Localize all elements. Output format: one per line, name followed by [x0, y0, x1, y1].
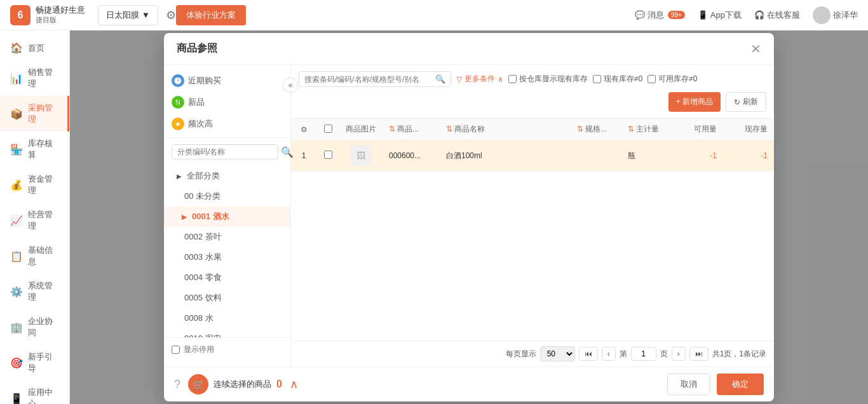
display-disabled-checkbox[interactable] — [172, 346, 180, 354]
enterprise-icon: 🏢 — [10, 321, 23, 333]
try-industry-btn[interactable]: 体验行业方案 — [176, 5, 246, 25]
footer-collapse-icon[interactable]: ∧ — [290, 377, 298, 391]
divider — [164, 137, 290, 138]
tree-item-0002[interactable]: 0002 茶叶 — [164, 227, 290, 247]
row-available-cell: -1 — [672, 140, 723, 172]
col-image-header: 商品图片 — [339, 119, 383, 140]
sidebar-item-sales[interactable]: 📊 销售管理 — [0, 60, 69, 96]
col-available-header: 可用量 — [672, 119, 723, 140]
modal-body: 🕐 近期购买 N 新品 ★ 频次高 « — [164, 65, 774, 367]
modal-header: 商品参照 ✕ — [164, 33, 774, 65]
inventory-icon: 🏪 — [10, 144, 23, 156]
available-nonzero-checkbox[interactable] — [648, 75, 656, 83]
row-name-cell: 白酒100ml — [440, 140, 571, 172]
warehouse-display-checkbox-label[interactable]: 按仓库显示现有库存 — [508, 74, 588, 84]
logo-sub: 捷目版 — [36, 15, 85, 25]
message-nav-item[interactable]: 💬 消息 99+ — [635, 10, 685, 21]
category-search-icon[interactable]: 🔍 — [281, 146, 294, 158]
row-unit-cell: 瓶 — [621, 140, 672, 172]
layout: 🏠 首页 📊 销售管理 📦 采购管理 🏪 库存核算 💰 资金管理 📈 经营管理 … — [0, 30, 868, 404]
page-label: 第 — [620, 349, 627, 360]
col-code-header[interactable]: ⇅ 商品... — [383, 119, 440, 140]
add-product-button[interactable]: + 新增商品 — [668, 92, 721, 112]
modal-overlay: 商品参照 ✕ 🕐 近期购买 N 新品 — [70, 30, 868, 404]
warehouse-display-checkbox[interactable] — [508, 75, 517, 83]
more-filter-button[interactable]: ▽ 更多条件 ∧ — [456, 74, 503, 84]
quick-new[interactable]: N 新品 — [164, 91, 290, 113]
row-stock-cell: -1 — [723, 140, 774, 172]
refresh-button[interactable]: ↻ 刷新 — [726, 92, 766, 112]
sort-icon3: ⇅ — [577, 125, 583, 133]
page-size-select[interactable]: 50 100 200 — [540, 346, 575, 361]
row-code-cell: 000600... — [383, 140, 440, 172]
sidebar-item-operations[interactable]: 📈 经营管理 — [0, 203, 69, 238]
home-icon: 🏠 — [10, 42, 23, 54]
nav-right: 💬 消息 99+ 📱 App下载 🎧 在线客服 徐泽华 — [635, 6, 858, 24]
user-item[interactable]: 徐泽华 — [813, 6, 858, 24]
tree-item-0008[interactable]: 0008 水 — [164, 308, 290, 328]
app-download-item[interactable]: 📱 App下载 — [698, 10, 742, 21]
avatar — [813, 6, 831, 24]
sidebar-item-basic-info[interactable]: 📋 基础信息 — [0, 238, 69, 274]
row-checkbox[interactable] — [324, 151, 332, 159]
chevron-up-icon: ∧ — [498, 75, 503, 84]
sidebar-item-apps[interactable]: 📱 应用中心 — [0, 380, 69, 404]
tree-item-00[interactable]: 00 未分类 — [164, 186, 290, 206]
product-search-icon[interactable]: 🔍 — [435, 74, 445, 84]
select-all-checkbox[interactable] — [324, 125, 332, 133]
sidebar-item-purchase[interactable]: 📦 采购管理 — [0, 96, 69, 131]
online-service-item[interactable]: 🎧 在线客服 — [754, 10, 800, 21]
confirm-button[interactable]: 确定 — [717, 374, 764, 395]
col-settings-header[interactable]: ⚙ — [291, 119, 316, 140]
col-stock-header: 现存量 — [723, 119, 774, 140]
cart-count: 0 — [276, 379, 282, 390]
nav-dropdown[interactable]: 日太阳膜 ▼ — [98, 5, 158, 25]
help-icon[interactable]: ? — [174, 378, 180, 391]
quick-recent[interactable]: 🕐 近期购买 — [164, 70, 290, 91]
page-input[interactable] — [631, 347, 656, 361]
table-row[interactable]: 1 🖼 000600... — [291, 140, 774, 172]
purchase-icon: 📦 — [10, 108, 23, 120]
phone-icon: 📱 — [698, 10, 708, 20]
tree-item-0010[interactable]: 0010 家电 — [164, 328, 290, 337]
sidebar-item-guide[interactable]: 🎯 新手引导 — [0, 345, 69, 380]
first-page-button[interactable]: ⏮ — [579, 347, 598, 361]
sort-icon: ⇅ — [389, 125, 395, 133]
col-spec-header[interactable]: ⇅ 规格... — [571, 119, 621, 140]
product-search-input[interactable] — [304, 75, 431, 84]
tree-item-0004[interactable]: 0004 零食 — [164, 267, 290, 288]
category-search-input[interactable] — [172, 144, 278, 159]
sidebar-item-home[interactable]: 🏠 首页 — [0, 36, 69, 60]
modal-toolbar: 🔍 ▽ 更多条件 ∧ 按仓库显示现有库存 — [291, 65, 774, 119]
sort-icon2: ⇅ — [446, 125, 452, 133]
last-page-button[interactable]: ⏭ — [689, 347, 709, 361]
modal-close-button[interactable]: ✕ — [750, 43, 761, 55]
stock-nonzero-checkbox-label[interactable]: 现有库存≠0 — [593, 74, 642, 84]
sidebar-item-system[interactable]: ⚙️ 系统管理 — [0, 274, 69, 309]
headset-icon: 🎧 — [754, 10, 764, 20]
toolbar-right: + 新增商品 ↻ 刷新 — [668, 92, 766, 112]
tree-item-0003[interactable]: 0003 水果 — [164, 247, 290, 267]
prev-page-button[interactable]: ‹ — [602, 347, 616, 361]
cart-icon[interactable]: 🛒 — [188, 374, 208, 394]
tree-all[interactable]: ▶ 全部分类 — [164, 166, 290, 186]
panel-collapse-button[interactable]: « — [283, 77, 298, 93]
sidebar-item-enterprise[interactable]: 🏢 企业协同 — [0, 309, 69, 345]
modal-right-panel: 🔍 ▽ 更多条件 ∧ 按仓库显示现有库存 — [291, 65, 774, 367]
product-reference-modal: 商品参照 ✕ 🕐 近期购买 N 新品 — [164, 33, 774, 401]
tree-item-0005[interactable]: 0005 饮料 — [164, 288, 290, 308]
col-name-header[interactable]: ⇅ 商品名称 — [440, 119, 571, 140]
next-page-button[interactable]: › — [672, 347, 686, 361]
settings-icon[interactable]: ⚙ — [166, 8, 176, 22]
col-unit-header[interactable]: ⇅ 主计量 — [621, 119, 672, 140]
message-badge: 99+ — [668, 11, 685, 19]
stock-nonzero-checkbox[interactable] — [593, 75, 601, 83]
tree-item-0001[interactable]: ▶ 0001 酒水 — [164, 206, 290, 227]
cancel-button[interactable]: 取消 — [667, 374, 710, 395]
sidebar-item-inventory[interactable]: 🏪 库存核算 — [0, 131, 69, 167]
quick-freq[interactable]: ★ 频次高 — [164, 113, 290, 135]
available-nonzero-checkbox-label[interactable]: 可用库存≠0 — [648, 74, 697, 84]
tree-expand-icon: ▶ — [182, 213, 187, 220]
sidebar-item-finance[interactable]: 💰 资金管理 — [0, 167, 69, 203]
modal-footer: ? 🛒 连续选择的商品 0 ∧ 取消 确定 — [164, 367, 774, 401]
